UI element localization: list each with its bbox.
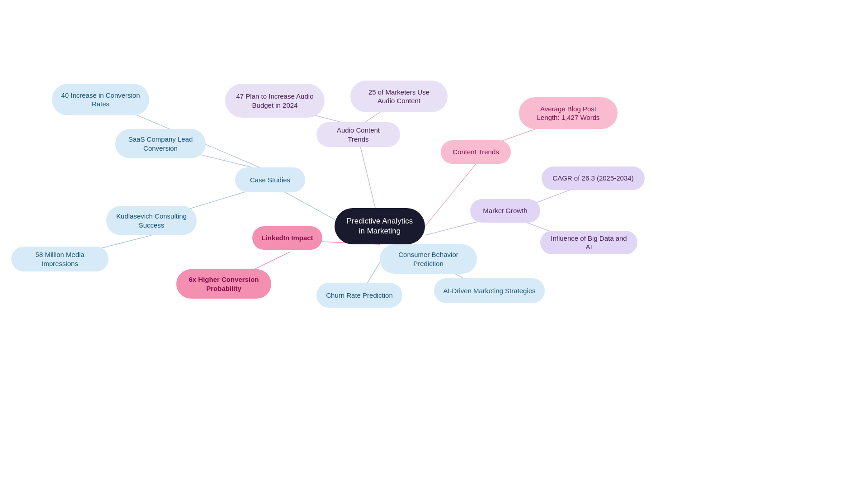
market-growth-node: Market Growth [470, 199, 540, 223]
cagr-node: CAGR of 26.3 (2025-2034) [542, 167, 645, 190]
consumer-behavior-node: Consumer Behavior Prediction [380, 244, 477, 274]
svg-line-2 [425, 161, 478, 226]
saas-lead-node: SaaS Company Lead Conversion [115, 129, 206, 158]
kudlasevich-node: Kudlasevich Consulting Success [106, 206, 197, 235]
case-studies-node: Case Studies [235, 167, 305, 192]
ai-driven-node: AI-Driven Marketing Strategies [434, 278, 545, 303]
marketers-audio-node: 25 of Marketers Use Audio Content [350, 81, 448, 112]
linkedin-impact-node: LinkedIn Impact [252, 226, 322, 250]
plan-increase-audio-node: 47 Plan to Increase Audio Budget in 2024 [225, 84, 325, 118]
media-impressions-node: 58 Million Media Impressions [11, 247, 108, 271]
increase-conversion-node: 40 Increase in Conversion Rates [52, 84, 149, 115]
avg-blog-post-node: Average Blog Post Length: 1,427 Words [519, 97, 618, 129]
audio-content-trends-node: Audio Content Trends [316, 122, 400, 147]
influence-big-data-node: Influence of Big Data and AI [540, 231, 637, 254]
higher-conversion-node: 6x Higher Conversion Probability [176, 269, 271, 299]
center-node: Predictive Analytics in Marketing [335, 208, 425, 244]
content-trends-node: Content Trends [441, 140, 511, 164]
churn-rate-node: Churn Rate Prediction [316, 283, 402, 308]
